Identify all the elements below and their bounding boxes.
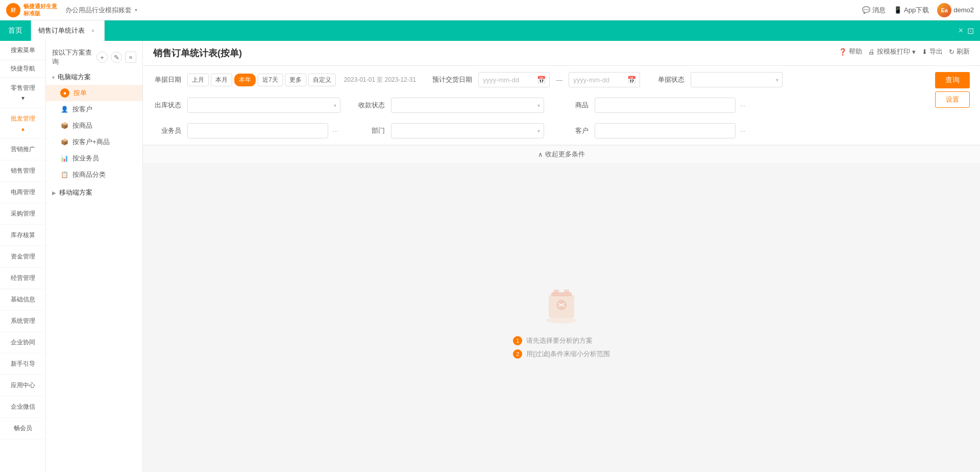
salesperson-more-icon[interactable]: ···	[330, 127, 340, 135]
filter-right-actions: 查询 设置	[935, 72, 970, 108]
panel-item-by-category[interactable]: 📋 按商品分类	[46, 167, 142, 183]
by-customer-product-icon: 📦	[60, 138, 68, 146]
settings-btn[interactable]: 设置	[935, 91, 970, 108]
logo-text: 畅捷通好生意 标准版	[23, 3, 57, 16]
sidebar-item-newbie[interactable]: 新手引导	[0, 353, 45, 375]
panel-item-by-product[interactable]: 📦 按商品	[46, 117, 142, 134]
sidebar-item-inventory[interactable]: 库存核算	[0, 225, 45, 246]
date-btn-this-month[interactable]: 本月	[211, 74, 232, 86]
date-range-text: 2023-01-01 至 2023-12-31	[344, 76, 416, 84]
salesperson-input[interactable]	[187, 123, 328, 138]
sidebar-item-purchase[interactable]: 采购管理	[0, 203, 45, 225]
calendar-start-icon[interactable]: 📅	[537, 76, 546, 84]
panel-edit-btn[interactable]: ✎	[111, 52, 122, 63]
sidebar-item-vip[interactable]: 畅会员	[0, 418, 45, 439]
sidebar-item-basic[interactable]: 基础信息	[0, 289, 45, 311]
sidebar-item-enterprise[interactable]: 企业协同	[0, 332, 45, 353]
query-btn[interactable]: 查询	[935, 72, 970, 88]
sidebar-retail-arrow-icon: ▾	[21, 95, 24, 102]
sidebar-item-retail[interactable]: 零售管理 ▾	[0, 78, 45, 108]
panel-header-actions: + ✎ «	[96, 52, 136, 63]
status-select[interactable]	[691, 72, 782, 87]
filter-row-1: 单据日期 上月 本月 本年 近7天 更多 自定义 2023-01-01 至 20…	[153, 72, 923, 87]
refresh-btn[interactable]: ↻ 刷新	[949, 47, 970, 56]
panel-group-pc: ▾ 电脑端方案 ● 按单 👤 按客户 📦 按商品 📦 按客户+商品 📊 按业	[46, 69, 142, 183]
panel-item-by-customer-product[interactable]: 📦 按客户+商品	[46, 134, 142, 150]
date-btn-this-year[interactable]: 本年	[234, 74, 256, 86]
sidebar-item-finance[interactable]: 资金管理	[0, 246, 45, 268]
salesperson-label: 业务员	[153, 126, 181, 135]
app-download-icon: 📱	[894, 6, 902, 14]
department-select[interactable]	[391, 123, 544, 138]
sidebar-item-marketing[interactable]: 营销推广	[0, 139, 45, 160]
app-title: 办公用品行业模拟账套 ▾	[65, 6, 858, 15]
sidebar-item-system[interactable]: 系统管理	[0, 311, 45, 332]
tab-home[interactable]: 首页	[0, 20, 31, 41]
date-btn-custom[interactable]: 自定义	[308, 74, 336, 86]
message-btn[interactable]: 💬 消息	[862, 6, 886, 15]
customer-input[interactable]	[595, 123, 736, 138]
date-btn-last-month[interactable]: 上月	[187, 74, 209, 86]
tab-sales-order[interactable]: 销售订单统计表 ×	[31, 20, 105, 41]
panel-group-mobile-title[interactable]: ▶ 移动端方案	[46, 185, 142, 200]
sidebar-shortcut[interactable]: 快捷导航	[0, 60, 45, 78]
user-profile[interactable]: Ea demo2	[937, 3, 974, 17]
sidebar-item-ecommerce[interactable]: 电商管理	[0, 182, 45, 203]
title-arrow-icon[interactable]: ▾	[135, 7, 137, 13]
empty-tip-2: 2 用[过滤]条件来缩小分析范围	[513, 349, 609, 359]
out-status-select[interactable]	[187, 98, 340, 113]
customer-more-icon[interactable]: ···	[738, 127, 748, 135]
panel-item-by-salesperson[interactable]: 📊 按业务员	[46, 150, 142, 167]
sidebar-item-wholesale[interactable]: 批发管理 ▴	[0, 108, 45, 139]
payment-status-select[interactable]	[391, 98, 544, 113]
panel-add-btn[interactable]: +	[96, 52, 108, 63]
panel-header: 按以下方案查询 + ✎ «	[46, 45, 142, 69]
app-logo: 好 畅捷通好生意 标准版	[6, 3, 57, 17]
logo-icon: 好	[6, 3, 20, 17]
sidebar-purchase-label: 采购管理	[11, 209, 35, 218]
tab-minimize-icon[interactable]: ×	[959, 26, 963, 35]
by-product-icon: 📦	[60, 122, 68, 130]
date-btn-more[interactable]: 更多	[285, 74, 306, 86]
product-more-icon[interactable]: ···	[738, 101, 748, 109]
out-status-label: 出库状态	[153, 101, 181, 110]
tab-close-icon[interactable]: ×	[89, 27, 97, 35]
sidebar-item-wechat[interactable]: 企业微信	[0, 396, 45, 418]
svg-rect-6	[554, 290, 559, 294]
collapse-row[interactable]: ∧ 收起更多条件	[143, 145, 980, 163]
sidebar-inventory-label: 库存核算	[11, 231, 35, 240]
date-buttons: 上月 本月 本年 近7天 更多 自定义	[187, 74, 336, 86]
page-header: 销售订单统计表(按单) ❓ 帮助 🖨 按模板打印 ▾ ⬇ 导出 ↻ 刷新	[143, 41, 980, 66]
date-btn-last7[interactable]: 近7天	[258, 74, 283, 86]
panel-header-label: 按以下方案查询	[52, 48, 96, 66]
sidebar-search[interactable]: 搜索菜单	[0, 41, 45, 60]
panel-collapse-btn[interactable]: «	[125, 52, 136, 63]
help-btn[interactable]: ❓ 帮助	[839, 47, 862, 56]
export-btn[interactable]: ⬇ 导出	[922, 47, 943, 56]
sidebar-enterprise-label: 企业协同	[11, 338, 35, 347]
empty-illustration	[536, 277, 587, 328]
calendar-end-icon[interactable]: 📅	[627, 76, 636, 84]
panel-group-pc-title[interactable]: ▾ 电脑端方案	[46, 69, 142, 85]
tab-maximize-icon[interactable]: ⊡	[967, 26, 974, 36]
sidebar-appstore-label: 应用中心	[11, 381, 35, 390]
sidebar-item-sales[interactable]: 销售管理	[0, 160, 45, 182]
panel-group-mobile: ▶ 移动端方案	[46, 185, 142, 200]
svg-point-0	[546, 317, 577, 323]
panel-item-by-customer[interactable]: 👤 按客户	[46, 101, 142, 117]
sidebar-marketing-label: 营销推广	[11, 145, 35, 154]
product-input[interactable]	[595, 98, 736, 113]
by-customer-icon: 👤	[60, 105, 68, 113]
print-btn[interactable]: 🖨 按模板打印 ▾	[868, 47, 916, 56]
message-icon: 💬	[862, 6, 870, 14]
sidebar-wholesale-label: 批发管理	[11, 114, 35, 123]
panel-item-by-order[interactable]: ● 按单	[46, 85, 142, 101]
sidebar-item-operation[interactable]: 经营管理	[0, 268, 45, 289]
app-download-btn[interactable]: 📱 App下载	[894, 6, 929, 15]
tip-num-2: 2	[513, 349, 522, 359]
product-label: 商品	[560, 101, 589, 110]
avatar: Ea	[937, 3, 951, 17]
top-bar: 好 畅捷通好生意 标准版 办公用品行业模拟账套 ▾ 💬 消息 📱 App下载 E…	[0, 0, 980, 20]
sidebar-system-label: 系统管理	[11, 317, 35, 325]
sidebar-item-appstore[interactable]: 应用中心	[0, 375, 45, 396]
